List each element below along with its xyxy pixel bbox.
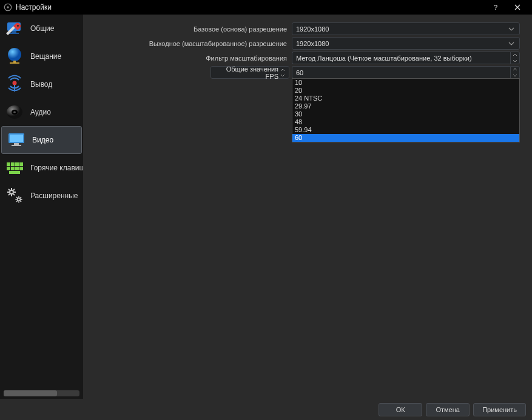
fps-dropdown-popup: 10 20 24 NTSC 29.97 30 48 59.94 60 (292, 78, 520, 142)
spinner-buttons[interactable] (510, 66, 520, 79)
sidebar-item-advanced[interactable]: Расширенные (0, 182, 83, 210)
combo-value: 1920x1080 (296, 40, 507, 47)
body: Общие Вещание (0, 15, 532, 399)
sidebar-item-video[interactable]: Видео (1, 126, 82, 154)
svg-line-42 (16, 197, 18, 198)
sidebar-item-label: Горячие клавиши (30, 164, 83, 172)
keyboard-icon (4, 157, 25, 179)
help-button[interactable]: ? (485, 0, 507, 15)
combo-value: Метод Ланцоша (Чёткое масштабирование, 3… (296, 55, 472, 62)
sidebar-item-label: Расширенные (30, 192, 78, 200)
row-base-resolution: Базовое (основа) разрешение 1920x1080 (83, 22, 520, 36)
sidebar-item-label: Вещание (30, 52, 61, 61)
chevron-down-icon (507, 41, 516, 47)
combo-downscale-filter[interactable]: Метод Ланцоша (Чёткое масштабирование, 3… (292, 52, 520, 64)
row-downscale-filter: Фильтр масштабирования Метод Ланцоша (Чё… (83, 51, 520, 65)
gears-icon (4, 185, 25, 207)
combo-base-resolution[interactable]: 1920x1080 (292, 22, 520, 35)
sidebar-item-hotkeys[interactable]: Горячие клавиши (0, 154, 83, 182)
monitor-icon (5, 129, 27, 151)
spinner-buttons[interactable] (510, 52, 520, 64)
broadcast-icon (4, 73, 25, 95)
sidebar-scrollbar[interactable] (4, 390, 79, 396)
cancel-button[interactable]: Отмена (426, 403, 470, 416)
svg-rect-17 (14, 143, 19, 145)
sidebar-item-label: Общие (30, 24, 54, 33)
fps-option[interactable]: 60 (292, 134, 519, 142)
chevron-down-icon (507, 26, 516, 32)
svg-point-28 (10, 190, 13, 194)
combo-value: 1920x1080 (296, 25, 507, 33)
sidebar-item-label: Видео (32, 136, 53, 144)
sidebar-item-label: Вывод (30, 80, 52, 88)
sidebar-nav: Общие Вещание (0, 15, 83, 390)
svg-line-45 (20, 197, 21, 198)
sidebar-item-output[interactable]: Вывод (0, 70, 83, 98)
svg-line-34 (13, 194, 15, 195)
svg-line-35 (8, 194, 10, 195)
svg-rect-24 (11, 167, 15, 170)
svg-rect-21 (15, 162, 19, 166)
footer: ОК Отмена Применить (0, 399, 532, 420)
svg-point-10 (13, 81, 17, 85)
svg-point-6 (17, 25, 19, 27)
svg-rect-16 (10, 135, 23, 142)
sidebar-item-label: Аудио (30, 108, 51, 116)
svg-line-36 (13, 189, 15, 190)
chevron-up-icon (278, 68, 287, 73)
ok-button[interactable]: ОК (379, 403, 422, 416)
svg-rect-19 (7, 162, 10, 166)
apply-button[interactable]: Применить (473, 403, 526, 416)
svg-rect-20 (11, 162, 15, 166)
fps-option[interactable]: 10 (292, 79, 519, 87)
svg-rect-5 (9, 33, 19, 34)
chevron-down-icon (278, 73, 287, 78)
fps-option[interactable]: 29.97 (292, 102, 519, 110)
chevron-down-icon (511, 58, 519, 64)
fps-option[interactable]: 30 (292, 110, 519, 118)
svg-point-1 (7, 6, 9, 8)
close-button[interactable] (507, 0, 528, 15)
svg-rect-4 (12, 31, 16, 33)
svg-line-43 (20, 201, 21, 202)
svg-rect-11 (14, 85, 15, 92)
combo-fps-value[interactable]: 60 (292, 66, 520, 79)
chevron-up-icon (511, 52, 519, 58)
svg-point-14 (13, 112, 16, 113)
row-output-resolution: Выходное (масштабированное) разрешение 1… (83, 36, 520, 50)
svg-rect-22 (19, 162, 23, 166)
svg-rect-27 (9, 171, 20, 174)
titlebar: Настройки ? (0, 0, 532, 15)
svg-line-33 (8, 189, 10, 190)
content-area: Базовое (основа) разрешение 1920x1080 Вы… (83, 15, 532, 399)
svg-rect-18 (12, 145, 21, 146)
chevron-up-icon (511, 67, 519, 73)
label-base-resolution: Базовое (основа) разрешение (83, 25, 292, 33)
sidebar-item-general[interactable]: Общие (0, 15, 83, 42)
chevron-down-icon (511, 73, 519, 79)
wrench-icon (4, 18, 25, 39)
sidebar-item-stream[interactable]: Вещание (0, 42, 83, 70)
combo-value: 60 (296, 69, 303, 76)
app-icon (4, 3, 12, 12)
svg-rect-9 (10, 62, 19, 64)
fps-option[interactable]: 48 (292, 118, 519, 126)
svg-text:?: ? (494, 4, 497, 11)
fps-option[interactable]: 20 (292, 87, 519, 95)
combo-output-resolution[interactable]: 1920x1080 (292, 37, 520, 50)
fps-option[interactable]: 59.94 (292, 126, 519, 134)
row-fps: Общие значения FPS 60 (83, 65, 520, 79)
fps-mode-selector[interactable]: Общие значения FPS (210, 66, 289, 79)
svg-point-7 (8, 48, 21, 61)
svg-point-37 (18, 198, 21, 201)
label-downscale-filter: Фильтр масштабирования (83, 55, 292, 62)
sidebar-item-audio[interactable]: Аудио (0, 98, 83, 126)
svg-rect-25 (15, 167, 19, 170)
fps-option[interactable]: 24 NTSC (292, 95, 519, 102)
sidebar-scrollbar-thumb[interactable] (4, 390, 57, 396)
globe-icon (4, 45, 25, 67)
svg-line-44 (16, 201, 18, 202)
window-title: Настройки (16, 3, 485, 12)
sidebar: Общие Вещание (0, 15, 83, 399)
svg-rect-26 (19, 167, 23, 170)
